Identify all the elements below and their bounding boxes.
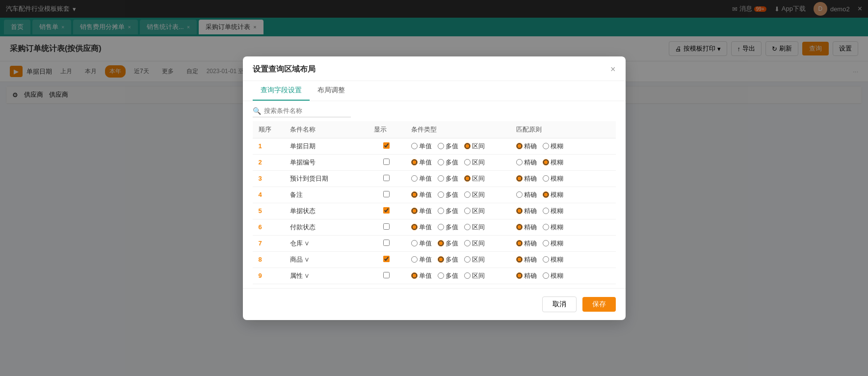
search-bar: 🔍 xyxy=(243,101,626,108)
dialog-overlay: 设置查询区域布局 × 查询字段设置 布局调整 🔍 顺序 条件名称 显示 xyxy=(0,0,868,108)
search-icon: 🔍 xyxy=(253,107,261,108)
dialog-close-button[interactable]: × xyxy=(610,65,616,74)
search-input-wrap: 🔍 xyxy=(253,107,351,108)
tab-query-fields[interactable]: 查询字段设置 xyxy=(253,81,310,101)
settings-dialog: 设置查询区域布局 × 查询字段设置 布局调整 🔍 顺序 条件名称 显示 xyxy=(243,56,626,108)
dialog-title: 设置查询区域布局 xyxy=(253,64,316,75)
dialog-header: 设置查询区域布局 × xyxy=(243,56,626,81)
dialog-tab-bar: 查询字段设置 布局调整 xyxy=(243,81,626,101)
search-input[interactable] xyxy=(264,107,342,108)
tab-layout-adjust[interactable]: 布局调整 xyxy=(310,81,353,101)
